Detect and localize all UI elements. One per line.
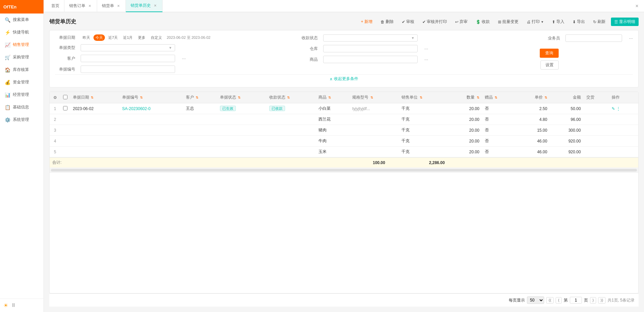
sort-customer-icon[interactable]: ⇅	[196, 96, 198, 99]
query-button[interactable]: 查询	[540, 49, 559, 58]
row-doc-status	[217, 147, 267, 157]
new-button[interactable]: + 新增	[358, 18, 375, 26]
page-next-btn[interactable]: ⟩	[590, 297, 596, 304]
row-checkbox[interactable]	[60, 136, 70, 147]
warehouse-dots[interactable]: ···	[424, 46, 428, 51]
col-check[interactable]	[60, 92, 70, 103]
tab-home[interactable]: 首页	[47, 0, 64, 12]
sidebar-item-sales[interactable]: 📈 销售管理	[0, 38, 44, 51]
footer-total-qty: 100.00	[373, 160, 385, 165]
sidebar-item-search[interactable]: 🔍 搜索菜单	[0, 14, 44, 26]
sidebar-item-system[interactable]: ⚙️ 系统管理	[0, 113, 44, 126]
date-pill-7days[interactable]: 近7天	[106, 34, 120, 41]
date-pill-yesterday[interactable]: 昨天	[81, 34, 92, 41]
collect-button[interactable]: 💲 收款	[473, 18, 493, 26]
customer-dots[interactable]: ···	[182, 56, 186, 61]
sort-docno-icon[interactable]: ⇅	[140, 96, 143, 99]
collect-status-select[interactable]: ▼	[323, 34, 418, 42]
edit-action[interactable]: ✎	[612, 106, 615, 111]
row-checkbox[interactable]	[60, 103, 70, 114]
sidebar-item-purchase[interactable]: 🛒 采购管理	[0, 51, 44, 63]
sort-price-icon[interactable]: ⇅	[544, 96, 547, 99]
abandon-button[interactable]: ↩ 弃审	[452, 18, 470, 26]
export-button[interactable]: ⬇ 导出	[570, 18, 588, 26]
date-pill-custom[interactable]: 自定义	[149, 34, 164, 41]
row-docno	[119, 147, 183, 157]
col-settings[interactable]: ⚙	[50, 92, 60, 103]
tab-sales-order[interactable]: 销售订单 ✕	[64, 0, 97, 12]
salesperson-dots[interactable]: ···	[629, 35, 633, 41]
row-goods: 西兰花	[316, 114, 350, 125]
print-button[interactable]: 🖨 打印 ▼	[524, 18, 547, 26]
tab-delivery-close[interactable]: ✕	[116, 4, 121, 8]
goods-input[interactable]	[323, 56, 418, 63]
page-size-select[interactable]: 50 100 200	[527, 296, 544, 304]
filter-card: 单据日期 昨天 今天 近7天 近1月 更多 自定义 2023-06-02 至 2…	[49, 30, 639, 87]
sort-goods-icon[interactable]: ⇅	[328, 96, 331, 99]
goods-dots[interactable]: ···	[424, 57, 428, 62]
customer-input[interactable]	[81, 55, 175, 62]
sort-docstatus-icon[interactable]: ⇅	[238, 96, 241, 99]
sort-unit-icon[interactable]: ⇅	[420, 96, 422, 99]
docno-input[interactable]	[81, 66, 175, 73]
date-pill-1month[interactable]: 近1月	[121, 34, 135, 41]
delete-button[interactable]: 🗑 删除	[378, 18, 396, 26]
more-action[interactable]: ⋮	[616, 106, 620, 111]
audit-print-icon: ✔	[422, 20, 426, 24]
table-footer: 合计: 100.00 2,286.00	[50, 157, 638, 167]
row-checkbox[interactable]	[60, 125, 70, 136]
audit-button[interactable]: ✔ 审核	[399, 18, 417, 26]
import-icon: ⬆	[552, 20, 555, 24]
select-all-checkbox[interactable]	[63, 95, 67, 99]
sort-gift-icon[interactable]: ⇅	[495, 96, 497, 99]
sort-qty-icon[interactable]: ⇅	[477, 96, 479, 99]
sidebar-item-quick-nav[interactable]: ⚡ 快捷导航	[0, 26, 44, 38]
row-index: 1	[50, 103, 60, 114]
home-icon: 🏠	[5, 67, 10, 73]
sidebar-bottom-icon1[interactable]: ☀	[3, 302, 8, 309]
warehouse-input[interactable]	[323, 45, 418, 52]
salesperson-input[interactable]	[565, 34, 622, 42]
row-index: 3	[50, 125, 60, 136]
sort-collectstatus-icon[interactable]: ⇅	[287, 96, 290, 99]
table-scrollbar[interactable]	[51, 169, 637, 172]
sidebar-item-basic[interactable]: 📋 基础信息	[0, 101, 44, 113]
row-index: 5	[50, 147, 60, 157]
date-pill-today[interactable]: 今天	[93, 34, 105, 41]
sidebar-item-finance[interactable]: 💰 资金管理	[0, 76, 44, 88]
row-qty: 20.00	[448, 103, 482, 114]
detail-icon: ☰	[614, 20, 618, 24]
page-last-btn[interactable]: ⟩⟩	[598, 297, 606, 304]
row-spec: tyjyjtyjdf...	[349, 103, 399, 114]
tab-bar-close[interactable]: ✕	[633, 2, 641, 10]
sidebar-bottom-icon2[interactable]: ⏸	[11, 302, 16, 309]
tab-delivery-history-close[interactable]: ✕	[153, 3, 158, 8]
row-goods: 玉米	[316, 147, 350, 157]
sort-spec-icon[interactable]: ⇅	[370, 96, 373, 99]
set-button[interactable]: 设置	[540, 60, 559, 70]
row-checkbox[interactable]	[60, 147, 70, 157]
batch-change-button[interactable]: ⊞ 批量变更	[495, 18, 521, 26]
page-input[interactable]	[570, 297, 582, 304]
collapse-row[interactable]: ∧ 收起更多条件	[55, 74, 633, 83]
col-unit: 销售单位 ⇅	[399, 92, 448, 103]
refresh-button[interactable]: ↻ 刷新	[590, 18, 608, 26]
tab-delivery-history[interactable]: 销货单历史 ✕	[126, 0, 163, 12]
sort-date-icon[interactable]: ⇅	[91, 96, 93, 99]
tab-delivery[interactable]: 销货单 ✕	[97, 0, 126, 12]
row-delivery	[584, 103, 609, 114]
tab-sales-order-close[interactable]: ✕	[87, 4, 92, 8]
table-scrollbar-area[interactable]	[50, 167, 638, 173]
show-detail-button[interactable]: ☰ 显示明细	[611, 18, 639, 26]
audit-print-button[interactable]: ✔ 审核并打印	[420, 18, 450, 26]
row-checkbox[interactable]	[60, 114, 70, 125]
settings-icon[interactable]: ⚙	[53, 95, 57, 100]
page-prev-btn[interactable]: ⟨	[556, 297, 562, 304]
page-first-btn[interactable]: ⟨⟨	[546, 297, 554, 304]
row-action	[609, 147, 638, 157]
doc-type-select[interactable]: ▼	[81, 44, 175, 51]
import-button[interactable]: ⬆ 导入	[549, 18, 567, 26]
date-pill-more[interactable]: 更多	[136, 34, 147, 41]
sidebar-item-operations[interactable]: 📊 经营管理	[0, 88, 44, 101]
sidebar-item-inventory[interactable]: 🏠 库存核算	[0, 63, 44, 76]
